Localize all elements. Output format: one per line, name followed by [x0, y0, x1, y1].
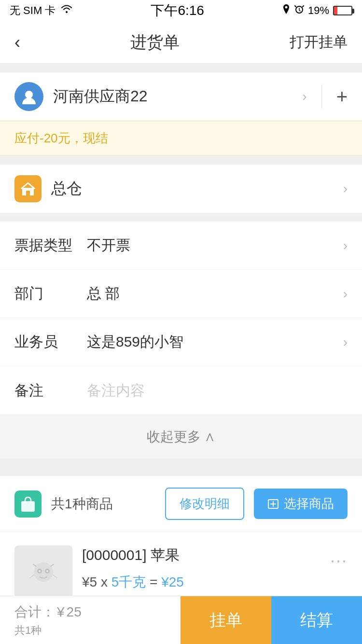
wifi-icon: [60, 4, 73, 17]
total-amount: 合计：¥25: [14, 602, 166, 621]
remark-label: 备注: [14, 381, 87, 401]
divider-2: [0, 156, 362, 165]
svg-point-1: [25, 91, 33, 98]
warehouse-row[interactable]: 总仓 ›: [0, 165, 362, 213]
supplier-name: 河南供应商22: [53, 86, 302, 107]
status-time: 下午6:16: [151, 1, 204, 20]
status-left: 无 SIM 卡: [10, 3, 73, 18]
product-unit-price: ¥5: [82, 574, 97, 589]
remark-input[interactable]: 备注内容: [87, 381, 348, 401]
warehouse-name: 总仓: [51, 178, 343, 199]
product-count: 共1种商品: [51, 495, 155, 513]
salesperson-chevron: ›: [343, 335, 348, 350]
department-chevron: ›: [343, 286, 348, 302]
product-info: [0000001] 苹果 ¥5 x 5千克 = ¥25: [82, 546, 320, 591]
product-subtotal: ¥25: [161, 574, 184, 589]
top-divider: [0, 64, 362, 72]
department-value: 总 部: [87, 284, 343, 304]
product-bag-icon: [19, 495, 37, 513]
multiply-sign: x: [101, 574, 108, 589]
carrier-text: 无 SIM 卡: [10, 3, 56, 18]
checkout-button[interactable]: 结算: [271, 596, 362, 644]
product-name: [0000001] 苹果: [82, 546, 320, 565]
product-qty: 5千克: [111, 574, 146, 589]
battery-icon: [333, 6, 352, 15]
select-product-button[interactable]: 选择商品: [254, 489, 348, 519]
warehouse-icon: [20, 181, 36, 196]
department-label: 部门: [14, 284, 87, 304]
salesperson-label: 业务员: [14, 332, 87, 352]
svg-rect-3: [26, 191, 30, 196]
total-section: 合计：¥25 共1种: [0, 596, 181, 644]
warehouse-section: 总仓 ›: [0, 165, 362, 213]
total-label: 合计：: [14, 604, 55, 619]
add-supplier-icon[interactable]: +: [336, 86, 348, 108]
invoice-type-row[interactable]: 票据类型 不开票 ›: [0, 222, 362, 270]
bottom-bar: 合计：¥25 共1种 挂单 结算: [0, 596, 362, 644]
product-thumbnail: [14, 546, 72, 603]
product-more-button[interactable]: ···: [330, 546, 348, 571]
invoice-type-chevron: ›: [343, 238, 348, 253]
select-product-label: 选择商品: [284, 495, 334, 512]
collapse-button[interactable]: 收起更多 ∧: [0, 415, 362, 459]
supplier-row[interactable]: 河南供应商22 › +: [0, 72, 362, 121]
invoice-type-value: 不开票: [87, 236, 343, 255]
product-code: [0000001]: [82, 547, 146, 563]
nav-bar: ‹ 进货单 打开挂单: [0, 21, 362, 64]
vertical-divider: [321, 84, 322, 109]
edit-detail-button[interactable]: 修改明细: [165, 488, 244, 520]
equals-sign: =: [150, 574, 157, 589]
notice-bar: 应付-20元，现结: [0, 121, 362, 156]
total-sub: 共1种: [14, 623, 166, 638]
status-right: 19%: [282, 4, 352, 17]
product-title: 苹果: [151, 547, 180, 563]
currency-symbol: ¥: [57, 604, 65, 619]
svg-point-6: [34, 562, 53, 582]
select-product-icon: [267, 498, 279, 510]
supplier-right: › +: [302, 84, 348, 109]
svg-point-10: [46, 570, 48, 572]
page-title: 进货单: [130, 31, 180, 54]
hang-button[interactable]: 挂单: [181, 596, 271, 644]
warehouse-chevron-icon: ›: [343, 181, 348, 196]
salesperson-row[interactable]: 业务员 这是859的小智 ›: [0, 318, 362, 366]
department-row[interactable]: 部门 总 部 ›: [0, 270, 362, 318]
divider-3: [0, 459, 362, 467]
svg-point-9: [39, 570, 41, 572]
open-hang-button[interactable]: 打开挂单: [290, 32, 348, 52]
form-section: 票据类型 不开票 › 部门 总 部 › 业务员 这是859的小智 › 备注 备注…: [0, 222, 362, 415]
product-header: 共1种商品 修改明细 选择商品: [0, 476, 362, 532]
product-price-row: ¥5 x 5千克 = ¥25: [82, 573, 320, 591]
battery-percent: 19%: [308, 4, 329, 17]
back-button[interactable]: ‹: [14, 32, 20, 53]
owlet-logo-icon: [27, 558, 60, 591]
supplier-section: 河南供应商22 › + 应付-20元，现结: [0, 72, 362, 156]
invoice-type-label: 票据类型: [14, 236, 87, 255]
supplier-chevron-icon: ›: [302, 89, 306, 104]
supplier-avatar: [14, 82, 43, 111]
alarm-icon: [294, 4, 304, 17]
salesperson-value: 这是859的小智: [87, 332, 343, 352]
svg-rect-4: [21, 501, 35, 512]
notice-text: 应付-20元，现结: [14, 131, 108, 145]
remark-row[interactable]: 备注 备注内容: [0, 366, 362, 415]
location-icon: [282, 4, 291, 17]
status-bar: 无 SIM 卡 下午6:16 19%: [0, 0, 362, 21]
product-icon-wrap: [14, 490, 42, 518]
total-value: 25: [67, 604, 82, 619]
warehouse-icon-wrap: [14, 175, 42, 202]
